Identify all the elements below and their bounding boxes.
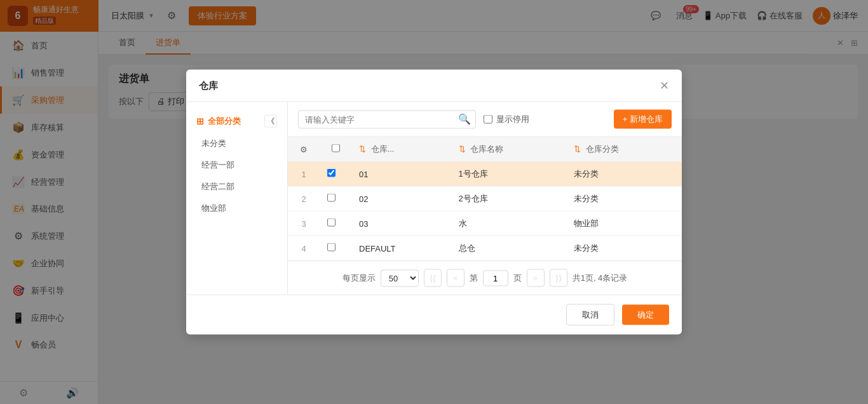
modal-footer: 取消 确定: [186, 295, 682, 335]
row-num: 1: [288, 161, 320, 186]
row-name: 总仓: [451, 236, 567, 260]
select-all-checkbox[interactable]: [332, 144, 340, 152]
search-button[interactable]: 🔍: [458, 113, 471, 125]
pagination: 每页显示 50 100 200 ⟨⟨ ＜ 第 页 ＞ ⟩⟩ 共1页, 4条记录: [288, 261, 682, 295]
prev-page-button[interactable]: ＜: [447, 269, 465, 287]
col-code[interactable]: ⇅ 仓库...: [351, 137, 451, 162]
next-page-button[interactable]: ＞: [527, 269, 545, 287]
category-item-property[interactable]: 物业部: [186, 198, 287, 219]
row-checkbox-cell: [320, 211, 351, 236]
col-code-label: 仓库...: [371, 144, 395, 154]
show-disabled-checkbox[interactable]: [484, 115, 492, 124]
category-label-property: 物业部: [201, 203, 226, 213]
first-page-button[interactable]: ⟨⟨: [424, 269, 442, 287]
modal-title: 仓库: [199, 79, 218, 91]
table-toolbar: 🔍 显示停用 + 新增仓库: [288, 102, 682, 137]
category-item-dept2[interactable]: 经营二部: [186, 176, 287, 198]
table-row[interactable]: 3 03 水 物业部: [288, 211, 682, 236]
gear-col-icon: ⚙: [300, 144, 308, 154]
col-checkbox: [320, 137, 351, 162]
col-name[interactable]: ⇅ 仓库名称: [451, 137, 567, 162]
row-checkbox[interactable]: [327, 169, 336, 177]
row-code: DEFAULT: [351, 236, 451, 260]
row-name: 水: [451, 211, 567, 236]
row-category: 未分类: [566, 161, 682, 186]
per-page-select[interactable]: 50 100 200: [381, 269, 419, 286]
row-name: 2号仓库: [451, 186, 567, 211]
table-row[interactable]: 4 DEFAULT 总仓 未分类: [288, 236, 682, 260]
table-row[interactable]: 2 02 2号仓库 未分类: [288, 186, 682, 211]
row-checkbox[interactable]: [327, 219, 336, 227]
row-name: 1号仓库: [451, 161, 567, 186]
row-category: 未分类: [566, 236, 682, 260]
row-checkbox[interactable]: [327, 243, 336, 252]
row-category: 物业部: [566, 211, 682, 236]
table-row[interactable]: 1 01 1号仓库 未分类: [288, 161, 682, 186]
confirm-button[interactable]: 确定: [622, 305, 669, 325]
show-disabled-label[interactable]: 显示停用: [484, 114, 529, 125]
row-checkbox[interactable]: [327, 194, 336, 202]
category-item-dept1[interactable]: 经营一部: [186, 154, 287, 176]
row-num: 2: [288, 186, 320, 211]
data-table: ⚙ ⇅ 仓库... ⇅ 仓库名称: [288, 137, 682, 261]
sort-icon-category: ⇅: [574, 144, 581, 154]
cancel-button[interactable]: 取消: [566, 304, 614, 326]
row-checkbox-cell: [320, 236, 351, 260]
col-settings: ⚙: [288, 137, 320, 162]
modal-header: 仓库 ✕: [186, 70, 682, 102]
warehouse-modal: 仓库 ✕ ⊞ 全部分类 《 未分类 经营一部 经营二部 物业部: [186, 70, 682, 335]
category-label-unclassified: 未分类: [201, 138, 226, 148]
warehouse-table: ⚙ ⇅ 仓库... ⇅ 仓库名称: [288, 137, 682, 261]
row-num: 3: [288, 211, 320, 236]
category-all[interactable]: ⊞ 全部分类 《: [186, 110, 287, 133]
category-label-dept2: 经营二部: [201, 182, 234, 191]
row-category: 未分类: [566, 186, 682, 211]
page-unit: 页: [513, 273, 522, 284]
col-category-label: 仓库分类: [586, 144, 619, 154]
last-page-button[interactable]: ⟩⟩: [550, 269, 567, 287]
category-item-unclassified[interactable]: 未分类: [186, 133, 287, 154]
add-warehouse-button[interactable]: + 新增仓库: [614, 110, 672, 129]
table-panel: 🔍 显示停用 + 新增仓库 ⚙: [288, 102, 682, 295]
page-number-input[interactable]: [483, 270, 508, 286]
category-panel: ⊞ 全部分类 《 未分类 经营一部 经营二部 物业部: [186, 102, 288, 295]
per-page-label: 每页显示: [342, 273, 376, 284]
category-all-label: 全部分类: [208, 116, 241, 127]
row-num: 4: [288, 236, 320, 260]
search-input[interactable]: [298, 110, 476, 128]
grid-icon: ⊞: [196, 116, 204, 126]
page-label: 第: [470, 273, 478, 284]
category-label-dept1: 经营一部: [201, 160, 234, 170]
col-name-label: 仓库名称: [470, 144, 503, 154]
row-checkbox-cell: [320, 161, 351, 186]
category-collapse-button[interactable]: 《: [264, 115, 277, 128]
modal-close-icon[interactable]: ✕: [660, 79, 669, 93]
row-code: 02: [351, 186, 451, 211]
row-checkbox-cell: [320, 186, 351, 211]
row-code: 03: [351, 211, 451, 236]
show-disabled-text: 显示停用: [496, 114, 529, 125]
modal-body: ⊞ 全部分类 《 未分类 经营一部 经营二部 物业部 �: [186, 102, 682, 295]
sort-icon-code: ⇅: [359, 144, 366, 154]
col-category[interactable]: ⇅ 仓库分类: [566, 137, 682, 162]
search-box: 🔍: [298, 110, 476, 128]
total-info: 共1页, 4条记录: [573, 273, 628, 284]
row-code: 01: [351, 161, 451, 186]
sort-icon-name: ⇅: [459, 144, 466, 154]
